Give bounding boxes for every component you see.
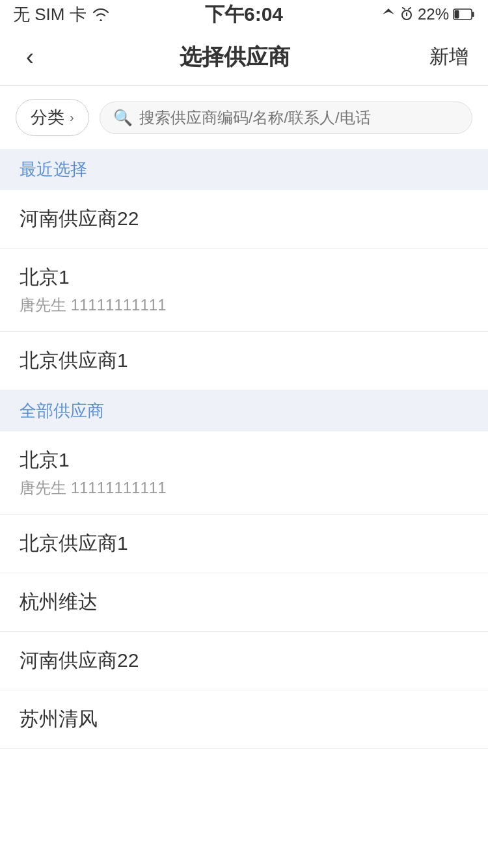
all-items-list: 北京1唐先生 11111111111北京供应商1杭州维达河南供应商22苏州清风 [0, 431, 488, 749]
status-bar: 无 SIM 卡 下午6:04 22% [0, 0, 488, 29]
svg-line-2 [403, 8, 405, 9]
search-icon: 🔍 [113, 109, 133, 127]
recent-items-list: 河南供应商22北京1唐先生 11111111111北京供应商1 [0, 190, 488, 390]
item-sub: 唐先生 11111111111 [20, 295, 468, 316]
item-name: 河南供应商22 [20, 206, 468, 232]
item-name: 河南供应商22 [20, 647, 468, 674]
carrier-label: 无 SIM 卡 [13, 3, 87, 26]
category-label: 分类 [31, 106, 64, 129]
location-icon [381, 7, 396, 21]
list-item[interactable]: 北京1唐先生 11111111111 [0, 431, 488, 515]
svg-rect-6 [472, 12, 474, 17]
chevron-right-icon: › [70, 110, 74, 125]
status-left: 无 SIM 卡 [13, 3, 110, 26]
alarm-icon [400, 7, 414, 21]
battery-icon [453, 8, 475, 20]
all-section-header: 全部供应商 [0, 390, 488, 431]
recent-section-header: 最近选择 [0, 149, 488, 190]
list-item[interactable]: 北京1唐先生 11111111111 [0, 249, 488, 332]
item-name: 苏州清风 [20, 706, 468, 733]
item-name: 北京1 [20, 264, 468, 291]
battery-label: 22% [418, 5, 449, 23]
search-box[interactable]: 🔍 [100, 102, 472, 134]
item-sub: 唐先生 11111111111 [20, 478, 468, 498]
filter-bar: 分类 › 🔍 [0, 86, 488, 149]
recent-section-label: 最近选择 [20, 159, 87, 179]
wifi-icon [92, 7, 110, 21]
status-right: 22% [381, 5, 475, 23]
search-input[interactable] [139, 109, 459, 127]
item-name: 杭州维达 [20, 589, 468, 616]
item-name: 北京1 [20, 447, 468, 474]
item-name: 北京供应商1 [20, 347, 468, 374]
list-item[interactable]: 河南供应商22 [0, 190, 488, 249]
add-button[interactable]: 新增 [429, 44, 468, 70]
list-item[interactable]: 苏州清风 [0, 690, 488, 749]
category-filter[interactable]: 分类 › [16, 99, 89, 136]
item-name: 北京供应商1 [20, 530, 468, 557]
list-item[interactable]: 杭州维达 [0, 573, 488, 632]
svg-rect-5 [455, 10, 459, 19]
list-item[interactable]: 北京供应商1 [0, 515, 488, 573]
status-time: 下午6:04 [205, 1, 283, 28]
all-section-label: 全部供应商 [20, 401, 104, 420]
nav-bar: ‹ 选择供应商 新增 [0, 29, 488, 86]
list-item[interactable]: 河南供应商22 [0, 632, 488, 690]
page-title: 选择供应商 [180, 42, 290, 72]
svg-line-3 [409, 8, 411, 9]
list-item[interactable]: 北京供应商1 [0, 332, 488, 390]
back-button[interactable]: ‹ [20, 37, 40, 77]
